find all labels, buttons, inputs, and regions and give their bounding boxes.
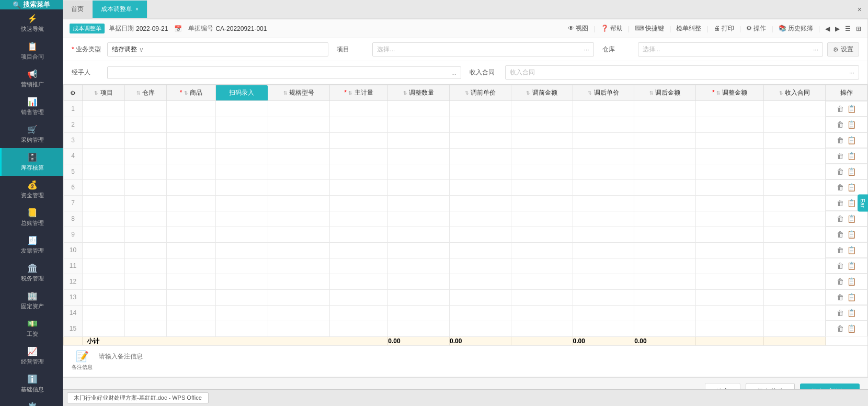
row-5-prev-unit-price[interactable] — [449, 164, 511, 179]
row-5-warehouse[interactable] — [124, 164, 167, 179]
row-15-income-contract[interactable] — [764, 321, 826, 336]
row-13-income-contract[interactable] — [764, 289, 826, 305]
biz-type-input[interactable]: 结存调整 ∨ — [107, 42, 328, 57]
sidebar-item-purchase-mgmt[interactable]: 🛒采购管理 — [0, 120, 63, 148]
row-5-adj-amount[interactable] — [696, 164, 764, 179]
row-5-copy-icon[interactable]: 📋 — [847, 167, 856, 176]
row-1-project[interactable] — [83, 101, 125, 117]
sidebar-item-inventory-calc[interactable]: 🗄️库存核算 — [0, 148, 63, 176]
row-4-adj-qty[interactable] — [388, 148, 450, 164]
row-3-prev-amount[interactable] — [511, 132, 573, 148]
row-5-after-amount[interactable] — [634, 164, 696, 179]
row-6-adj-amount[interactable] — [696, 179, 764, 195]
col-spec[interactable]: ⇅ 规格型号 — [268, 85, 329, 101]
row-8-income-contract[interactable] — [764, 211, 826, 227]
row-15-project[interactable] — [83, 321, 125, 336]
row-9-prev-unit-price[interactable] — [449, 227, 511, 242]
row-4-prev-amount[interactable] — [511, 148, 573, 164]
row-3-unit[interactable] — [329, 132, 388, 148]
row-3-spec[interactable] — [268, 132, 329, 148]
col-adj-qty[interactable]: ⇅ 调整数量 — [388, 85, 450, 101]
row-14-spec[interactable] — [268, 305, 329, 321]
row-15-adj-qty[interactable] — [388, 321, 450, 336]
row-10-spec[interactable] — [268, 242, 329, 258]
row-8-goods[interactable] — [167, 211, 215, 227]
row-3-after-unit-price[interactable] — [573, 132, 634, 148]
row-4-delete-icon[interactable]: 🗑 — [837, 152, 844, 160]
row-6-spec[interactable] — [268, 179, 329, 195]
tab-close-icon[interactable]: × — [135, 6, 139, 12]
row-2-goods[interactable] — [167, 117, 215, 132]
row-6-prev-unit-price[interactable] — [449, 179, 511, 195]
help-action[interactable]: ❓ 帮助 — [601, 24, 623, 33]
row-12-prev-unit-price[interactable] — [449, 274, 511, 289]
row-14-warehouse[interactable] — [124, 305, 167, 321]
row-12-goods[interactable] — [167, 274, 215, 289]
sidebar-item-ops-mgmt[interactable]: 📈经营管理 — [0, 342, 63, 370]
row-10-after-unit-price[interactable] — [573, 242, 634, 258]
row-7-income-contract[interactable] — [764, 195, 826, 211]
row-11-copy-icon[interactable]: 📋 — [847, 262, 856, 270]
prev-button[interactable]: ◀ — [825, 25, 830, 32]
row-2-adj-qty[interactable] — [388, 117, 450, 132]
row-15-after-unit-price[interactable] — [573, 321, 634, 336]
row-10-warehouse[interactable] — [124, 242, 167, 258]
row-2-delete-icon[interactable]: 🗑 — [837, 120, 844, 129]
row-8-delete-icon[interactable]: 🗑 — [837, 215, 844, 223]
row-13-project[interactable] — [83, 289, 125, 305]
col-warehouse[interactable]: ⇅ 仓库 — [124, 85, 167, 101]
tab-cost-adjust[interactable]: 成本调整单 × — [93, 1, 147, 18]
sidebar-item-invoice-mgmt[interactable]: 🧾发票管理 — [0, 231, 63, 259]
row-11-after-amount[interactable] — [634, 258, 696, 274]
row-6-delete-icon[interactable]: 🗑 — [837, 183, 844, 191]
row-14-after-unit-price[interactable] — [573, 305, 634, 321]
grid-view-button[interactable]: ⊞ — [856, 25, 861, 32]
row-15-spec[interactable] — [268, 321, 329, 336]
row-9-goods[interactable] — [167, 227, 215, 242]
row-3-income-contract[interactable] — [764, 132, 826, 148]
row-11-prev-unit-price[interactable] — [449, 258, 511, 274]
row-4-after-amount[interactable] — [634, 148, 696, 164]
row-5-project[interactable] — [83, 164, 125, 179]
row-6-project[interactable] — [83, 179, 125, 195]
row-7-scan[interactable] — [215, 195, 268, 211]
row-7-project[interactable] — [83, 195, 125, 211]
row-12-adj-qty[interactable] — [388, 274, 450, 289]
sidebar-item-finance-mgmt[interactable]: 💰资金管理 — [0, 176, 63, 204]
row-12-project[interactable] — [83, 274, 125, 289]
row-3-delete-icon[interactable]: 🗑 — [837, 136, 844, 144]
col-scan[interactable]: 扫码录入 — [215, 85, 268, 101]
income-contract-input[interactable]: 收入合同 ··· — [505, 65, 859, 80]
sidebar-item-tax-mgmt[interactable]: 🏛️税务管理 — [0, 259, 63, 287]
history-action[interactable]: 📚 历史账簿 — [779, 24, 813, 33]
row-14-prev-amount[interactable] — [511, 305, 573, 321]
row-6-after-amount[interactable] — [634, 179, 696, 195]
row-1-unit[interactable] — [329, 101, 388, 117]
row-6-scan[interactable] — [215, 179, 268, 195]
row-7-after-amount[interactable] — [634, 195, 696, 211]
row-2-after-unit-price[interactable] — [573, 117, 634, 132]
row-9-spec[interactable] — [268, 227, 329, 242]
row-14-scan[interactable] — [215, 305, 268, 321]
col-project[interactable]: ⇅ 项目 — [83, 85, 125, 101]
row-10-prev-unit-price[interactable] — [449, 242, 511, 258]
row-3-adj-qty[interactable] — [388, 132, 450, 148]
row-11-delete-icon[interactable]: 🗑 — [837, 262, 844, 270]
row-6-after-unit-price[interactable] — [573, 179, 634, 195]
row-2-unit[interactable] — [329, 117, 388, 132]
row-1-adj-qty[interactable] — [388, 101, 450, 117]
row-10-goods[interactable] — [167, 242, 215, 258]
row-10-scan[interactable] — [215, 242, 268, 258]
window-close-button[interactable]: × — [851, 1, 868, 18]
row-8-after-unit-price[interactable] — [573, 211, 634, 227]
print-action[interactable]: 🖨 打印 — [714, 24, 734, 33]
row-1-adj-amount[interactable] — [696, 101, 764, 117]
row-3-copy-icon[interactable]: 📋 — [847, 136, 856, 144]
row-4-adj-amount[interactable] — [696, 148, 764, 164]
row-15-scan[interactable] — [215, 321, 268, 336]
row-15-after-amount[interactable] — [634, 321, 696, 336]
sidebar-item-sales-promo[interactable]: 📢营销推广 — [0, 65, 63, 93]
row-14-prev-unit-price[interactable] — [449, 305, 511, 321]
row-13-scan[interactable] — [215, 289, 268, 305]
row-12-scan[interactable] — [215, 274, 268, 289]
